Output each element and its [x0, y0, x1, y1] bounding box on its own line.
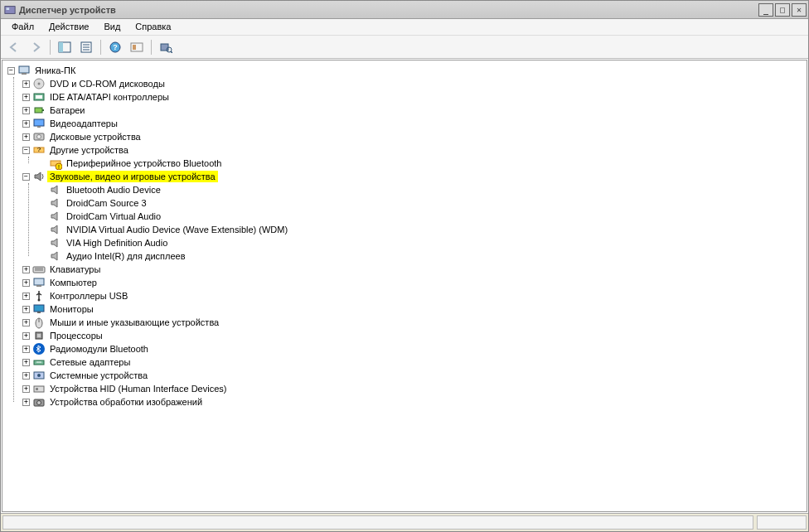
category-sound[interactable]: −Звуковые, видео и игровые устройства: [22, 170, 807, 183]
expand-icon[interactable]: +: [22, 385, 30, 393]
expand-icon[interactable]: +: [22, 319, 30, 326]
svg-marker-34: [51, 199, 57, 207]
scan-hardware-button[interactable]: [156, 38, 176, 56]
expand-icon[interactable]: +: [22, 107, 30, 114]
device-viahd[interactable]: VIA High Definition Audio: [37, 236, 807, 249]
forward-button[interactable]: [26, 38, 46, 56]
speaker-icon: [49, 249, 62, 263]
category-label: DVD и CD-ROM дисководы: [47, 78, 167, 89]
category-label: Сетевые адаптеры: [47, 356, 133, 368]
category-hid[interactable]: +Устройства HID (Human Interface Devices…: [22, 382, 807, 395]
computer-icon: [32, 276, 46, 289]
device-tree[interactable]: − Яника-ПК +DVD и CD-ROM дисководы+IDE A…: [2, 60, 807, 512]
minimize-button[interactable]: _: [758, 3, 773, 17]
device-label: Периферийное устройство Bluetooth: [64, 157, 224, 169]
category-video[interactable]: +Видеоадаптеры: [22, 117, 807, 130]
expand-icon[interactable]: +: [22, 372, 30, 380]
root-label: Яника-ПК: [32, 65, 78, 76]
collapse-icon[interactable]: −: [7, 67, 15, 75]
category-dvd[interactable]: +DVD и CD-ROM дисководы: [22, 77, 807, 90]
svg-marker-38: [51, 252, 57, 260]
expand-icon[interactable]: +: [22, 266, 30, 273]
expand-icon[interactable]: +: [22, 94, 30, 101]
expand-icon[interactable]: +: [22, 80, 30, 88]
category-mouse[interactable]: +Мыши и иные указывающие устройства: [22, 316, 807, 329]
category-cpu[interactable]: +Процессоры: [22, 329, 807, 342]
menu-help[interactable]: Справка: [128, 19, 178, 35]
category-usb[interactable]: +Контроллеры USB: [22, 289, 807, 302]
expand-icon[interactable]: +: [22, 120, 30, 128]
category-computer[interactable]: +Компьютер: [22, 276, 807, 289]
help-button[interactable]: ?: [105, 38, 125, 56]
category-btradio[interactable]: +Радиомодули Bluetooth: [22, 342, 807, 355]
svg-point-18: [38, 83, 41, 85]
speaker-icon: [49, 183, 62, 196]
device-intelaudio[interactable]: Аудио Intel(R) для дисплеев: [37, 249, 807, 263]
svg-rect-23: [34, 119, 44, 126]
menu-view[interactable]: Вид: [96, 19, 128, 35]
svg-text:?: ?: [37, 146, 41, 153]
hdd-icon: [32, 130, 46, 143]
properties-button[interactable]: [76, 38, 96, 56]
show-hidden-button[interactable]: [127, 38, 147, 56]
battery-icon: [32, 104, 46, 117]
category-keyboard[interactable]: +Клавиатуры: [22, 263, 807, 276]
expand-icon[interactable]: +: [22, 399, 30, 406]
device-dcam3[interactable]: DroidCam Source 3: [37, 196, 807, 210]
expand-icon[interactable]: +: [22, 359, 30, 366]
status-cell-right: [757, 515, 807, 530]
svg-point-51: [33, 343, 45, 355]
mouse-icon: [32, 316, 46, 329]
collapse-icon[interactable]: −: [22, 147, 30, 154]
expand-icon[interactable]: +: [22, 133, 30, 141]
svg-point-26: [37, 135, 41, 139]
menu-file[interactable]: Файл: [4, 19, 41, 35]
toolbar: ?: [1, 36, 808, 59]
svg-rect-24: [37, 126, 41, 128]
monitor-icon: [32, 302, 46, 316]
category-other[interactable]: −?Другие устройства: [22, 143, 807, 157]
system-icon: [32, 369, 46, 382]
svg-rect-57: [36, 388, 38, 390]
device-nvaudio[interactable]: NVIDIA Virtual Audio Device (Wave Extens…: [37, 223, 807, 236]
maximize-button[interactable]: □: [775, 3, 790, 17]
speaker-icon: [49, 236, 62, 249]
svg-rect-21: [35, 108, 42, 113]
category-label: Видеоадаптеры: [47, 118, 120, 129]
hid-icon: [32, 382, 46, 395]
show-console-tree-button[interactable]: [55, 38, 75, 56]
svg-rect-45: [34, 305, 44, 312]
category-label: Дисковые устройства: [47, 131, 143, 143]
back-button[interactable]: [4, 38, 24, 56]
close-button[interactable]: ✕: [792, 3, 807, 17]
category-ide[interactable]: +IDE ATA/ATAPI контроллеры: [22, 90, 807, 104]
ide-icon: [32, 90, 46, 104]
sound-icon: [32, 170, 46, 183]
expand-icon[interactable]: +: [22, 279, 30, 287]
svg-marker-32: [35, 172, 41, 181]
category-network[interactable]: +Сетевые адаптеры: [22, 355, 807, 369]
disc-icon: [32, 77, 46, 90]
device-bt-periph[interactable]: !Периферийное устройство Bluetooth: [37, 157, 807, 170]
tree-root[interactable]: − Яника-ПК: [7, 64, 807, 77]
svg-rect-11: [133, 45, 136, 50]
category-battery[interactable]: +Батареи: [22, 104, 807, 117]
category-monitor[interactable]: +Мониторы: [22, 302, 807, 316]
expand-icon[interactable]: +: [22, 293, 30, 300]
device-label: NVIDIA Virtual Audio Device (Wave Extens…: [64, 224, 290, 235]
svg-text:!: !: [58, 164, 60, 170]
expand-icon[interactable]: +: [22, 346, 30, 353]
category-imaging[interactable]: +Устройства обработки изображений: [22, 395, 807, 409]
expand-icon[interactable]: +: [22, 306, 30, 313]
menu-action[interactable]: Действие: [41, 19, 96, 35]
expand-icon[interactable]: +: [22, 332, 30, 340]
device-btaudio[interactable]: Bluetooth Audio Device: [37, 183, 807, 196]
svg-text:?: ?: [113, 43, 118, 51]
collapse-icon[interactable]: −: [22, 173, 30, 181]
category-label: Клавиатуры: [47, 264, 103, 275]
network-icon: [32, 355, 46, 369]
device-dcamva[interactable]: DroidCam Virtual Audio: [37, 210, 807, 223]
svg-line-14: [171, 51, 172, 53]
category-system[interactable]: +Системные устройства: [22, 369, 807, 382]
category-disk[interactable]: +Дисковые устройства: [22, 130, 807, 143]
